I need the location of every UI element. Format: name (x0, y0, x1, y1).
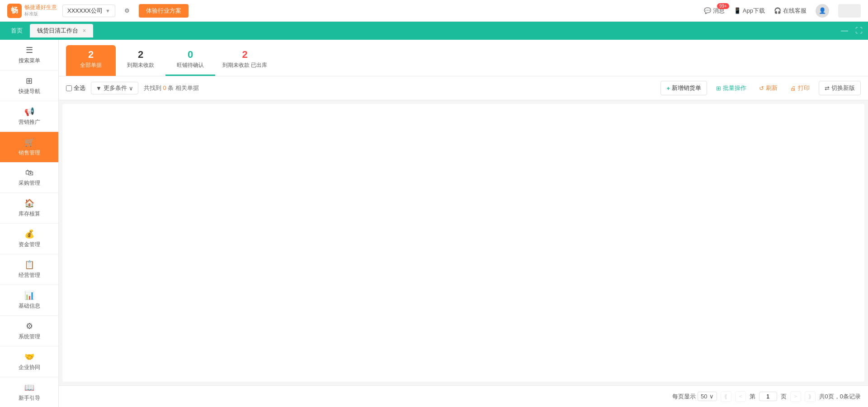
purchase-icon: 🛍 (25, 168, 33, 178)
finance-icon: 💰 (24, 229, 34, 239)
message-icon: 💬 (704, 7, 711, 14)
stat-num-overdue: 2 (123, 49, 158, 61)
sidebar-item-label: 采购管理 (19, 179, 40, 187)
result-text: 共找到 0 条 相关单据 (144, 84, 199, 92)
batch-action-button[interactable]: ⊞ 批量操作 (712, 82, 750, 94)
top-header: 畅 畅捷通好生意 标准版 XXXXXX公司 ▼ ⚙ 体验行业方案 💬 消息 99… (0, 0, 868, 22)
first-page-button[interactable]: ⟪ (721, 391, 731, 402)
expand-icon[interactable]: ⛶ (854, 25, 864, 37)
page-label: 第 (750, 393, 755, 401)
sidebar-item-system[interactable]: ⚙ 系统管理 (0, 316, 58, 346)
sidebar-item-cooperation[interactable]: 🤝 企业协同 (0, 346, 58, 377)
nav-tabs: 首页 钱货日清工作台 × — ⛶ (0, 22, 868, 40)
stat-tab-overdue[interactable]: 2 到期未收款 (116, 45, 165, 76)
settings-icon[interactable]: ⚙ (121, 5, 133, 17)
sidebar-item-sales[interactable]: 🛒 销售管理 (0, 132, 58, 163)
sidebar-item-basic-info[interactable]: 📊 基础信息 (0, 285, 58, 316)
page-size-box[interactable]: 50 ∨ (698, 392, 717, 401)
service-icon: 🎧 (774, 7, 781, 14)
select-all-input[interactable] (66, 85, 72, 91)
toolbar-right: + 新增销货单 ⊞ 批量操作 ↺ 刷新 🖨 打印 ⇄ 切换新版 (660, 81, 861, 95)
content-area: 2 全部单据 2 到期未收款 0 旺铺待确认 2 到期未收款 已出库 全选 (59, 40, 868, 407)
refresh-button[interactable]: ↺ 刷新 (755, 82, 781, 94)
select-all-checkbox[interactable]: 全选 (66, 84, 85, 92)
app-download-label: App下载 (743, 7, 765, 15)
toolbar-left: 全选 ▼ 更多条件 ∨ 共找到 0 条 相关单据 (66, 82, 655, 94)
system-icon: ⚙ (26, 321, 33, 331)
switch-version-button[interactable]: ⇄ 切换新版 (819, 81, 861, 95)
plus-icon: + (666, 85, 670, 92)
sidebar-item-label: 资金管理 (19, 241, 40, 248)
avatar-icon: 👤 (819, 7, 826, 14)
tab-actions: — ⛶ (839, 25, 864, 37)
sidebar-item-quicknav[interactable]: ⊞ 快捷导航 (0, 70, 58, 101)
sidebar-item-management[interactable]: 📋 经营管理 (0, 254, 58, 285)
avatar[interactable]: 👤 (816, 4, 829, 18)
sidebar-item-inventory[interactable]: 🏠 库存核算 (0, 193, 58, 224)
refresh-label: 刷新 (766, 84, 778, 92)
trial-button[interactable]: 体验行业方案 (139, 4, 189, 18)
print-button[interactable]: 🖨 打印 (787, 82, 813, 94)
cooperation-icon: 🤝 (24, 352, 34, 362)
tab-qianhuo[interactable]: 钱货日清工作台 × (30, 24, 93, 37)
batch-label: 批量操作 (723, 84, 746, 92)
main-layout: ☰ 搜索菜单 ⊞ 快捷导航 📢 营销推广 🛒 销售管理 🛍 采购管理 🏠 库存核… (0, 40, 868, 407)
tab-home[interactable]: 首页 (4, 24, 30, 37)
page-size-arrow: ∨ (709, 393, 714, 400)
sidebar-item-guide[interactable]: 📖 新手引导 (0, 377, 58, 407)
app-download-action[interactable]: 📱 App下载 (734, 7, 765, 15)
sidebar-item-label: 新手引导 (19, 394, 40, 402)
filter-button[interactable]: ▼ 更多条件 ∨ (91, 82, 138, 94)
page-number-input[interactable] (759, 392, 777, 401)
quicknav-icon: ⊞ (26, 76, 33, 86)
add-btn-label: 新增销货单 (672, 84, 701, 92)
minimize-icon[interactable]: — (839, 25, 850, 37)
sidebar-item-marketing[interactable]: 📢 营销推广 (0, 101, 58, 132)
last-page-button[interactable]: ⟫ (805, 391, 816, 402)
stat-num-wangpu: 0 (173, 49, 208, 61)
toolbar: 全选 ▼ 更多条件 ∨ 共找到 0 条 相关单据 + 新增销货单 (59, 76, 868, 100)
chevron-down-icon: ∨ (129, 85, 133, 92)
company-name: XXXXXX公司 (67, 7, 103, 15)
sidebar-item-finance[interactable]: 💰 资金管理 (0, 224, 58, 254)
sales-icon: 🛒 (24, 137, 34, 147)
empty-content (62, 104, 864, 382)
sidebar-item-label: 系统管理 (19, 333, 40, 341)
sidebar-item-label: 快捷导航 (19, 88, 40, 95)
add-order-button[interactable]: + 新增销货单 (660, 81, 707, 95)
batch-icon: ⊞ (716, 85, 721, 92)
user-extra[interactable] (838, 4, 861, 18)
stat-tab-all[interactable]: 2 全部单据 (66, 45, 116, 76)
online-service-label: 在线客服 (783, 7, 807, 15)
search-menu-icon: ☰ (26, 45, 33, 55)
sidebar-item-purchase[interactable]: 🛍 采购管理 (0, 163, 58, 193)
pagination-bar: 每页显示 50 ∨ ⟪ ＜ 第 页 ＞ ⟫ 共0页，0条记录 (59, 385, 868, 407)
per-page-selector: 每页显示 50 ∨ (672, 392, 717, 401)
filter-label: 更多条件 (104, 84, 127, 92)
stat-tab-shipped[interactable]: 2 到期未收款 已出库 (215, 45, 274, 76)
stat-num-all: 2 (73, 49, 108, 61)
sidebar-item-label: 销售管理 (19, 149, 40, 157)
refresh-icon: ↺ (759, 85, 764, 92)
total-info: 共0页，0条记录 (819, 393, 861, 401)
online-service-action[interactable]: 🎧 在线客服 (774, 7, 807, 15)
sidebar-item-search[interactable]: ☰ 搜索菜单 (0, 40, 58, 70)
message-action[interactable]: 💬 消息 99+ (704, 7, 725, 15)
prev-page-button[interactable]: ＜ (735, 391, 746, 402)
message-badge: 99+ (717, 3, 729, 9)
company-selector[interactable]: XXXXXX公司 ▼ (62, 5, 115, 17)
stat-label-wangpu: 旺铺待确认 (173, 61, 208, 69)
sidebar-item-label: 库存核算 (19, 210, 40, 218)
sidebar: ☰ 搜索菜单 ⊞ 快捷导航 📢 营销推广 🛒 销售管理 🛍 采购管理 🏠 库存核… (0, 40, 59, 407)
stat-tab-wangpu[interactable]: 0 旺铺待确认 (165, 45, 215, 76)
print-icon: 🖨 (790, 85, 796, 92)
basic-info-icon: 📊 (24, 290, 34, 300)
select-all-label: 全选 (74, 84, 85, 92)
chevron-down-icon: ▼ (105, 8, 110, 14)
guide-icon: 📖 (24, 383, 34, 393)
page-suffix: 页 (781, 393, 787, 401)
header-left: 畅 畅捷通好生意 标准版 XXXXXX公司 ▼ ⚙ 体验行业方案 (7, 4, 189, 18)
close-tab-icon[interactable]: × (83, 28, 86, 34)
filter-icon: ▼ (96, 85, 102, 92)
next-page-button[interactable]: ＞ (790, 391, 801, 402)
